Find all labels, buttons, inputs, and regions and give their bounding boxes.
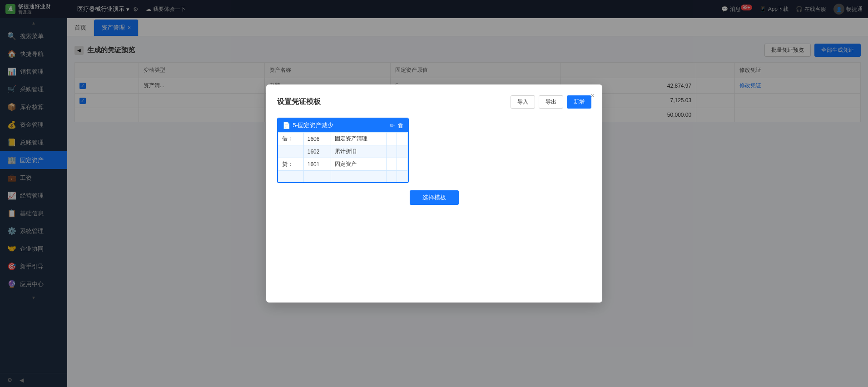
empty-col4 [386, 171, 397, 182]
debit2-name: 累计折旧 [331, 145, 386, 158]
credit1-col [397, 158, 407, 171]
template-row-credit1: 贷： 1601 固定资产 [278, 158, 407, 171]
empty-col3 [331, 171, 386, 182]
empty-col5 [397, 171, 407, 182]
template-card-title: 5-固定资产减少 [293, 121, 387, 129]
modal-actions: 导入 导出 新增 [511, 95, 591, 109]
credit1-amount [386, 158, 397, 171]
select-template-button[interactable]: 选择模板 [410, 190, 459, 205]
modal-close-button[interactable]: × [590, 92, 595, 100]
empty-col1 [278, 171, 303, 182]
debit1-name: 固定资产清理 [331, 133, 386, 145]
template-header-actions: ✏ 🗑 [390, 122, 403, 129]
debit1-code: 1606 [303, 133, 331, 145]
debit2-col [397, 145, 407, 158]
modal-title: 设置凭证模板 [277, 97, 511, 107]
template-delete-icon[interactable]: 🗑 [397, 122, 403, 129]
template-card: 📄 5-固定资产减少 ✏ 🗑 借： 1606 固定资产清理 [277, 118, 409, 183]
template-row-debit1: 借： 1606 固定资产清理 [278, 133, 407, 145]
debit1-amount [386, 133, 397, 145]
credit1-code: 1601 [303, 158, 331, 171]
export-button[interactable]: 导出 [539, 95, 563, 109]
debit1-col [397, 133, 407, 145]
debit2-amount [386, 145, 397, 158]
template-row-empty [278, 171, 407, 182]
empty-col2 [303, 171, 331, 182]
debit2-indent [278, 145, 303, 158]
debit-label: 借： [278, 133, 303, 145]
template-card-body: 借： 1606 固定资产清理 1602 累计折旧 [278, 132, 408, 182]
import-button[interactable]: 导入 [511, 95, 535, 109]
template-card-header: 📄 5-固定资产减少 ✏ 🗑 [278, 119, 408, 132]
debit2-code: 1602 [303, 145, 331, 158]
new-template-button[interactable]: 新增 [567, 95, 591, 109]
modal-overlay: 设置凭证模板 导入 导出 新增 × 📄 5-固定资产减少 ✏ 🗑 [0, 0, 868, 387]
modal: 设置凭证模板 导入 导出 新增 × 📄 5-固定资产减少 ✏ 🗑 [266, 84, 602, 303]
template-row-debit2: 1602 累计折旧 [278, 145, 407, 158]
template-table: 借： 1606 固定资产清理 1602 累计折旧 [278, 132, 408, 182]
template-doc-icon: 📄 [283, 122, 290, 129]
modal-header: 设置凭证模板 导入 导出 新增 [277, 95, 591, 109]
credit1-name: 固定资产 [331, 158, 386, 171]
template-edit-icon[interactable]: ✏ [390, 122, 395, 129]
credit-label: 贷： [278, 158, 303, 171]
